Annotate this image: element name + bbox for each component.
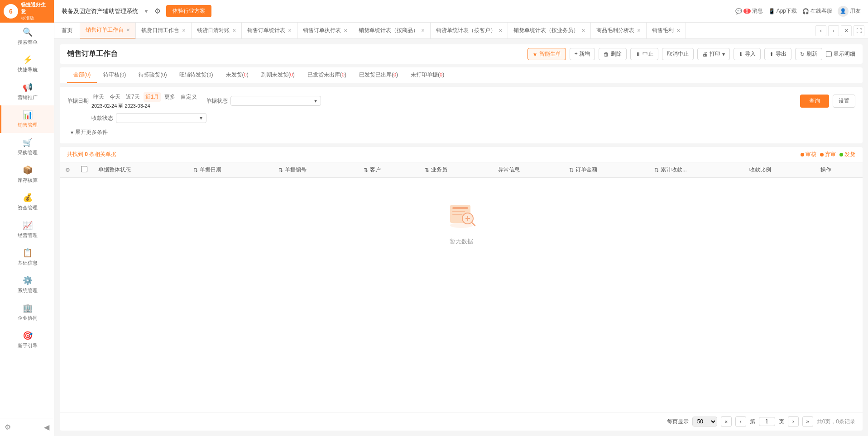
- smart-create-button[interactable]: ★ 智能生单: [528, 48, 566, 60]
- tab-sales_summary_cust[interactable]: 销货单统计表（按客户）✕: [431, 23, 508, 39]
- date-link-more[interactable]: 更多: [163, 92, 177, 102]
- settings-icon[interactable]: ⚙: [154, 7, 161, 15]
- filter-tab-pending_inspection[interactable]: 待拣验货(0): [132, 67, 173, 83]
- sidebar-item-guide[interactable]: 🎯新手引导: [0, 326, 54, 354]
- nav-icon-inventory: 📦: [23, 165, 33, 175]
- status-select[interactable]: ▾: [230, 96, 321, 106]
- show-detail-checkbox-group[interactable]: 显示明细: [826, 50, 855, 58]
- column-settings-icon[interactable]: ⚙: [65, 167, 70, 173]
- sidebar-item-finance[interactable]: 💰资金管理: [0, 188, 54, 216]
- sidebar-item-enterprise[interactable]: 🏢企业协同: [0, 299, 54, 326]
- export-icon: ⬆: [769, 51, 774, 57]
- collapse-icon[interactable]: ◀: [44, 423, 49, 431]
- tab-close-sales_exec[interactable]: ✕: [344, 28, 347, 33]
- next-page-btn[interactable]: ›: [788, 416, 799, 427]
- tab-sales_order[interactable]: 销售订单工作台✕: [80, 23, 136, 39]
- tab-close-all[interactable]: ✕: [841, 25, 852, 36]
- filter-tab-label-unprinted: 未打印单据(0): [411, 71, 444, 78]
- sidebar-item-search[interactable]: 🔍搜索菜单: [0, 23, 54, 50]
- filter-tab-overdue_not_shipped[interactable]: 到期未发货(0): [255, 67, 301, 83]
- filter-tab-shipped_out[interactable]: 已发货已出库(0): [353, 67, 404, 83]
- tab-scroll-right[interactable]: ›: [828, 25, 839, 36]
- th-date: ⇅单据日期: [188, 162, 273, 178]
- show-detail-checkbox[interactable]: [826, 51, 832, 57]
- sidebar-item-operation[interactable]: 📈经营管理: [0, 216, 54, 243]
- logo-text: 畅捷通好生意 标准版: [21, 1, 50, 21]
- payment-filter-label: 收款状态: [91, 114, 113, 122]
- tab-close-cash_daily[interactable]: ✕: [182, 28, 186, 33]
- tab-sales_summary_prod[interactable]: 销货单统计表（按商品）✕: [353, 23, 431, 39]
- date-link-last7[interactable]: 近7天: [124, 92, 142, 102]
- sidebar-item-marketing[interactable]: 📢营销推广: [0, 78, 54, 105]
- date-link-custom[interactable]: 自定义: [179, 92, 199, 102]
- tab-close-sales_stat[interactable]: ✕: [288, 28, 292, 33]
- sidebar-item-basic[interactable]: 📋基础信息: [0, 243, 54, 271]
- tab-close-sales_summary_emp[interactable]: ✕: [581, 28, 585, 33]
- settings-footer-icon[interactable]: ⚙: [5, 423, 11, 431]
- ship-action-btn[interactable]: 发货: [839, 151, 855, 158]
- tab-home[interactable]: 首页: [54, 23, 80, 39]
- date-link-today[interactable]: 今天: [108, 92, 122, 102]
- sidebar-item-sales[interactable]: 📊销售管理: [0, 105, 54, 133]
- filter-tab-shipped_not_out[interactable]: 已发货未出库(0): [301, 67, 353, 83]
- app-download[interactable]: 📱 App下载: [768, 7, 797, 15]
- sidebar-item-system[interactable]: ⚙️系统管理: [0, 271, 54, 299]
- message-icon-group[interactable]: 💬 6 消息: [735, 7, 763, 15]
- online-service[interactable]: 🎧 在线客服: [802, 7, 832, 15]
- import-button[interactable]: ⬇ 导入: [734, 48, 761, 60]
- tab-sales_exec[interactable]: 销售订单执行表✕: [297, 23, 353, 39]
- th-checkbox: [76, 162, 93, 178]
- page-input[interactable]: [759, 417, 775, 426]
- tab-sales_stat[interactable]: 销售订单统计表✕: [242, 23, 297, 39]
- refresh-button[interactable]: ↻ 刷新: [795, 48, 822, 60]
- export-button[interactable]: ⬆ 导出: [764, 48, 791, 60]
- delete-button[interactable]: 🗑 删除: [599, 48, 627, 60]
- add-button[interactable]: + 新增: [570, 48, 595, 60]
- payment-select[interactable]: ▾: [116, 113, 206, 123]
- page-size-select[interactable]: 10 20 50 100: [692, 417, 717, 427]
- cancel-suspend-button[interactable]: 取消中止: [662, 48, 694, 60]
- tab-close-sales_profit[interactable]: ✕: [676, 28, 680, 33]
- tab-margin[interactable]: 商品毛利分析表✕: [591, 23, 647, 39]
- tab-scroll-left[interactable]: ‹: [815, 25, 826, 36]
- tab-close-cash_reconcile[interactable]: ✕: [232, 28, 236, 33]
- sidebar-item-quick[interactable]: ⚡快捷导航: [0, 50, 54, 78]
- tab-label-sales_order: 销售订单工作台: [86, 26, 124, 34]
- expand-button[interactable]: ▾ 展开更多条件: [67, 127, 855, 138]
- tab-close-margin[interactable]: ✕: [637, 28, 641, 33]
- last-page-btn[interactable]: »: [802, 416, 813, 427]
- tab-cash_daily[interactable]: 钱货日清工作台✕: [136, 23, 192, 39]
- filter-tab-wangpu_pending[interactable]: 旺铺待发货(0): [173, 67, 219, 83]
- dropdown-icon[interactable]: ▼: [144, 8, 149, 14]
- filter-tab-unprinted[interactable]: 未打印单据(0): [404, 67, 451, 83]
- select-all-checkbox[interactable]: [81, 166, 87, 172]
- th-operation: 操作: [815, 162, 863, 178]
- filter-buttons: 查询 设置: [800, 95, 855, 108]
- tab-close-sales_order[interactable]: ✕: [126, 28, 130, 33]
- settings-button[interactable]: 设置: [833, 95, 855, 108]
- suspend-button[interactable]: ⏸ 中止: [630, 48, 658, 60]
- date-link-last1m[interactable]: 近1月: [144, 92, 161, 102]
- filter-tab-all[interactable]: 全部(0): [67, 67, 97, 83]
- user-area[interactable]: 👤 用友: [838, 6, 861, 17]
- tab-close-sales_summary_prod[interactable]: ✕: [421, 28, 425, 33]
- tab-cash_reconcile[interactable]: 钱货日清对账✕: [192, 23, 242, 39]
- sidebar-item-inventory[interactable]: 📦库存核算: [0, 161, 54, 188]
- filter-tab-not_shipped[interactable]: 未发货(0): [220, 67, 255, 83]
- status-select-arrow: ▾: [314, 98, 317, 104]
- filter-tab-pending_review[interactable]: 待审核(0): [97, 67, 132, 83]
- delete-icon: 🗑: [604, 51, 609, 57]
- query-button[interactable]: 查询: [800, 95, 829, 108]
- print-button[interactable]: 🖨 打印 ▾: [697, 48, 730, 60]
- sidebar-item-purchase[interactable]: 🛒采购管理: [0, 133, 54, 161]
- date-link-yesterday[interactable]: 昨天: [91, 92, 106, 102]
- prev-page-btn[interactable]: ‹: [735, 416, 746, 427]
- demo-button[interactable]: 体验行业方案: [166, 5, 211, 17]
- tab-sales_summary_emp[interactable]: 销货单统计表（按业务员）✕: [508, 23, 591, 39]
- first-page-btn[interactable]: «: [721, 416, 732, 427]
- tab-close-sales_summary_cust[interactable]: ✕: [499, 28, 502, 33]
- tab-sales_profit[interactable]: 销售毛利✕: [647, 23, 686, 39]
- cancel-review-action-btn[interactable]: 弃审: [820, 151, 836, 158]
- tab-expand[interactable]: ⛶: [854, 25, 864, 36]
- review-action-btn[interactable]: 审核: [801, 151, 816, 158]
